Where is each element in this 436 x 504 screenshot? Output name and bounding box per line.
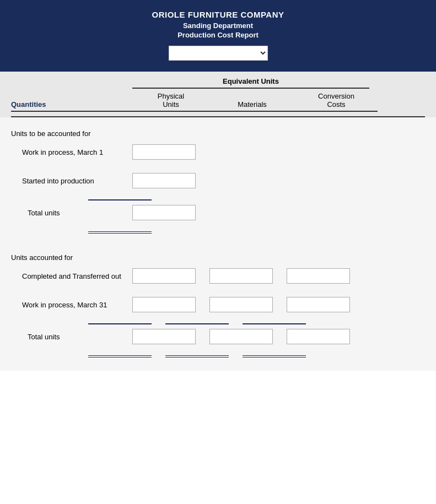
completed-physical-input[interactable] bbox=[132, 268, 196, 284]
total2-materials-input[interactable] bbox=[209, 329, 273, 344]
total-units-2-label: Total units bbox=[11, 333, 132, 341]
materials-col-header: Materials bbox=[209, 100, 295, 112]
wip-march1-row: Work in process, March 1 bbox=[11, 142, 425, 162]
physical-units-col-header: Physical Units bbox=[132, 92, 209, 112]
started-production-row: Started into production bbox=[11, 171, 425, 191]
report-dropdown[interactable] bbox=[169, 46, 268, 61]
wip-march1-label: Work in process, March 1 bbox=[11, 148, 132, 156]
completed-transferred-row: Completed and Transferred out bbox=[11, 266, 425, 286]
started-production-label: Started into production bbox=[11, 177, 132, 185]
total2-conversion-input[interactable] bbox=[287, 329, 350, 344]
total1-physical-input[interactable] bbox=[132, 205, 196, 220]
wip-march31-row: Work in process, March 31 bbox=[11, 295, 425, 315]
completed-conversion-input[interactable] bbox=[287, 268, 350, 284]
wip31-conversion-input[interactable] bbox=[287, 297, 350, 312]
total-units-2-row: Total units bbox=[11, 327, 425, 346]
completed-transferred-label: Completed and Transferred out bbox=[11, 272, 132, 280]
wip31-materials-input[interactable] bbox=[209, 297, 273, 312]
department-name: Sanding Department bbox=[6, 21, 430, 30]
column-headers: Equivalent Units Quantities Physical Uni… bbox=[0, 72, 436, 117]
section-accounted-for: Units accounted for bbox=[11, 253, 425, 262]
divider-after-wip31 bbox=[11, 323, 425, 324]
wip-march31-label: Work in process, March 31 bbox=[11, 301, 132, 309]
divider-after-total1 bbox=[11, 231, 425, 234]
equivalent-units-label: Equivalent Units bbox=[132, 77, 369, 89]
total-units-1-label: Total units bbox=[11, 209, 132, 217]
divider-after-started bbox=[11, 199, 425, 200]
wip-march1-physical-input[interactable] bbox=[132, 144, 196, 160]
quantities-col-header: Quantities bbox=[11, 100, 132, 112]
total2-physical-input[interactable] bbox=[132, 329, 196, 344]
company-name: ORIOLE FURNITURE COMPANY bbox=[6, 10, 430, 19]
report-header: ORIOLE FURNITURE COMPANY Sanding Departm… bbox=[0, 0, 436, 72]
completed-materials-input[interactable] bbox=[209, 268, 273, 284]
report-title: Production Cost Report bbox=[6, 31, 430, 39]
conversion-costs-col-header: Conversion Costs bbox=[295, 92, 378, 112]
started-physical-input[interactable] bbox=[132, 173, 196, 188]
wip31-physical-input[interactable] bbox=[132, 297, 196, 312]
divider-after-total2 bbox=[11, 355, 425, 357]
section-to-be-accounted: Units to be accounted for bbox=[11, 129, 425, 138]
content-area: Units to be accounted for Work in proces… bbox=[0, 117, 436, 371]
total-units-1-row: Total units bbox=[11, 203, 425, 223]
